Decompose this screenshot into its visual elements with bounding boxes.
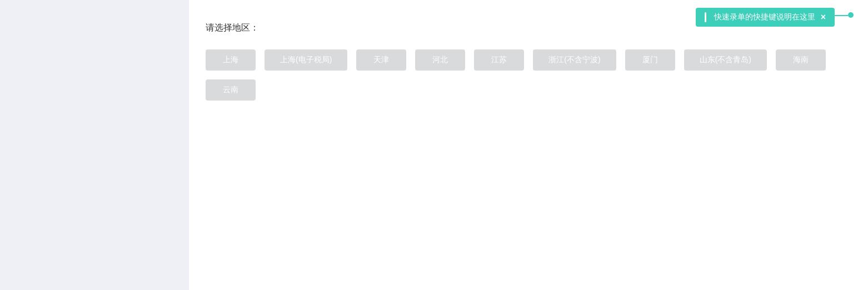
region-button[interactable]: 江苏 <box>474 49 524 71</box>
tooltip-close-button[interactable]: × <box>821 13 826 22</box>
main-content: 请选择地区： 上海上海(电子税局)天津河北江苏浙江(不含宁波)厦门山东(不含青岛… <box>189 0 868 290</box>
region-button[interactable]: 山东(不含青岛) <box>684 49 767 71</box>
region-button[interactable]: 上海 <box>206 49 256 71</box>
region-buttons: 上海上海(电子税局)天津河北江苏浙江(不含宁波)厦门山东(不含青岛)海南云南 <box>206 49 851 101</box>
region-button[interactable]: 浙江(不含宁波) <box>533 49 616 71</box>
tooltip-line <box>835 15 848 16</box>
tooltip-banner: 快速录单的快捷键说明在这里 × <box>696 8 835 27</box>
region-button[interactable]: 上海(电子税局) <box>265 49 347 71</box>
region-button[interactable]: 厦门 <box>625 49 675 71</box>
region-button[interactable]: 海南 <box>776 49 826 71</box>
region-button[interactable]: 天津 <box>356 49 406 71</box>
region-button[interactable]: 河北 <box>415 49 465 71</box>
tooltip-text: 快速录单的快捷键说明在这里 <box>714 12 815 22</box>
region-button[interactable]: 云南 <box>206 79 256 101</box>
sidebar <box>0 0 189 290</box>
tooltip-dot <box>848 12 854 18</box>
